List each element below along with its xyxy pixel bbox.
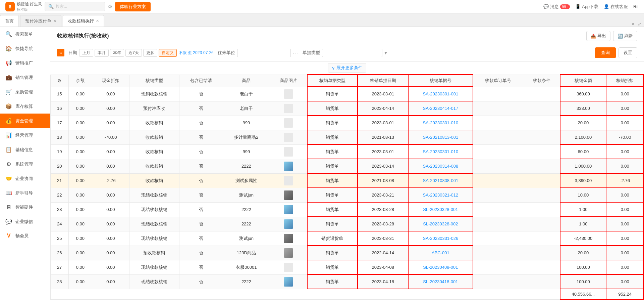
cell-bill-no[interactable]: SL-20230328-001 xyxy=(408,202,473,217)
bill-no-link[interactable]: SA-20230321-012 xyxy=(423,192,459,198)
cell-receipt-condition xyxy=(523,231,560,246)
expand-more-button[interactable]: ∨ 展开更多条件 xyxy=(328,63,366,73)
cell-product: 测试多属性 xyxy=(223,173,270,188)
table-container[interactable]: ⚙ 余额 现金折扣 核销类型 包含已结清 商品 商品图片 核销单据类型 核销单据… xyxy=(50,74,644,300)
sidebar-item-wechat[interactable]: 💬 企业微信 xyxy=(0,214,50,229)
date-btn-more[interactable]: 更多 xyxy=(143,49,157,57)
cell-bill-no[interactable]: SA-20230321-012 xyxy=(408,188,473,202)
refresh-button[interactable]: 🔄 刷新 xyxy=(613,31,637,41)
bill-no-link[interactable]: ABC-001 xyxy=(432,250,449,255)
tab-prepay[interactable]: 预付冲应付单 ✕ xyxy=(20,15,61,27)
date-buttons: 上月 本月 本年 近7天 更多 自定义 xyxy=(79,49,177,57)
message-area[interactable]: 💬 消息 99+ xyxy=(543,4,570,10)
sidebar-item-inventory[interactable]: 📦 库存核算 xyxy=(0,99,50,114)
cell-write-off-type: 现销收款核销 xyxy=(129,87,179,101)
cell-bill-no[interactable]: SA-20230301-010 xyxy=(408,116,473,130)
bill-no-link[interactable]: SL-20230328-001 xyxy=(423,207,458,212)
sidebar-item-nav[interactable]: 🏠 快捷导航 xyxy=(0,41,50,56)
cell-write-off-discount: 0.00 xyxy=(606,116,644,130)
cell-bill-no[interactable]: SA-20230331-026 xyxy=(408,231,473,246)
sidebar-item-sales[interactable]: 💼 销售管理 xyxy=(0,70,50,85)
tab-home[interactable]: 首页 xyxy=(0,15,19,27)
bill-no-link[interactable]: SA-20210808-001 xyxy=(423,178,459,183)
tab-receipts[interactable]: 收款核销执行 ✕ xyxy=(63,15,104,27)
col-header-included-settled: 包含已结清 xyxy=(179,75,223,87)
date-btn-this-month[interactable]: 本月 xyxy=(95,49,109,57)
cell-receipt-order-no xyxy=(473,87,523,101)
settings-icon[interactable]: ⚙ xyxy=(108,3,112,10)
sidebar-item-basic[interactable]: 📋 基础信息 xyxy=(0,142,50,157)
cell-bill-no[interactable]: SL-20230328-002 xyxy=(408,217,473,231)
online-service[interactable]: 👤 在线客服 xyxy=(604,4,628,10)
sidebar-item-system-label: 系统管理 xyxy=(15,161,33,167)
cell-product: 测试jun xyxy=(223,188,270,202)
bill-no-link[interactable]: SA-20210813-001 xyxy=(423,135,459,140)
sidebar-item-search[interactable]: 🔍 搜索菜单 xyxy=(0,27,50,41)
filter-expand-button[interactable]: » xyxy=(57,49,64,56)
bill-type-input[interactable] xyxy=(322,49,382,57)
sidebar-item-operations[interactable]: 📊 经营管理 xyxy=(0,128,50,142)
sidebar-item-hardware[interactable]: 🖥 智能硬件 xyxy=(0,200,50,214)
date-btn-last-month[interactable]: 上月 xyxy=(79,49,93,57)
cell-bill-no[interactable]: SA-20210808-001 xyxy=(408,173,473,188)
sidebar-item-member[interactable]: V 畅会员 xyxy=(0,229,50,243)
col-header-index: ⚙ xyxy=(51,75,69,87)
bill-no-link[interactable]: SA-20230331-026 xyxy=(423,236,459,241)
cell-included-settled: 否 xyxy=(179,188,223,202)
cell-bill-no[interactable]: SA-20230301-001 xyxy=(408,87,473,101)
sidebar-item-purchase[interactable]: 🛒 采购管理 xyxy=(0,85,50,99)
table-row: 180.00-70.00收款核销否多计量商品2销货单2021-08-13SA-2… xyxy=(51,130,644,144)
app-download[interactable]: 📱 App下载 xyxy=(575,4,598,10)
cell-balance: 0.00 xyxy=(68,274,92,289)
cell-product-image xyxy=(270,173,307,188)
bill-no-link[interactable]: SA-20230301-010 xyxy=(423,149,459,154)
bill-no-link[interactable]: SA-20230414-017 xyxy=(423,106,459,111)
cell-bill-no[interactable]: ABC-001 xyxy=(408,246,473,260)
cell-cash-discount: 0.00 xyxy=(92,231,129,246)
sidebar-item-member-label: 畅会员 xyxy=(15,233,29,239)
export-button[interactable]: 📤 导出 xyxy=(586,31,610,41)
tab-prepay-close[interactable]: ✕ xyxy=(53,19,56,23)
cell-receipt-condition xyxy=(523,202,560,217)
sidebar: 🔍 搜索菜单 🏠 快捷导航 📢 营销推广 💼 销售管理 🛒 采购管理 📦 库存核… xyxy=(0,27,50,300)
cell-bill-no[interactable]: SA-20230314-008 xyxy=(408,159,473,173)
bill-no-link[interactable]: SA-20230314-008 xyxy=(423,164,459,169)
maximize-icon[interactable]: ⤢ xyxy=(638,22,641,27)
sidebar-item-finance[interactable]: 💰 资金管理 xyxy=(0,114,50,128)
sidebar-item-guide[interactable]: 📖 新手引导 xyxy=(0,186,50,200)
bill-no-link[interactable]: SL-20230408-001 xyxy=(423,265,458,270)
bill-no-link[interactable]: SL-20230328-002 xyxy=(423,221,458,226)
cell-bill-no[interactable]: SA-20210813-001 xyxy=(408,130,473,144)
user-name[interactable]: Rit xyxy=(633,4,639,9)
sidebar-item-marketing[interactable]: 📢 营销推广 xyxy=(0,56,50,70)
bill-no-link[interactable]: SA-20230301-001 xyxy=(423,91,459,96)
top-search[interactable]: 🔍 搜索... xyxy=(45,2,105,11)
cell-included-settled: 否 xyxy=(179,130,223,144)
cell-bill-no[interactable]: SL-20230418-001 xyxy=(408,274,473,289)
cell-bill-no[interactable]: SA-20230414-017 xyxy=(408,101,473,116)
cell-product: 老白干 xyxy=(223,87,270,101)
counterparty-input[interactable] xyxy=(237,49,291,57)
cell-balance: 0.00 xyxy=(68,217,92,231)
cell-included-settled: 否 xyxy=(179,202,223,217)
sidebar-item-system[interactable]: ⚙ 系统管理 xyxy=(0,157,50,171)
page-actions: 📤 导出 🔄 刷新 xyxy=(586,31,637,41)
solution-button[interactable]: 体验行业方案 xyxy=(115,2,151,11)
bill-no-link[interactable]: SL-20230418-001 xyxy=(423,279,458,284)
cell-product: 老白干 xyxy=(223,101,270,116)
date-btn-custom[interactable]: 自定义 xyxy=(159,49,177,57)
bill-no-link[interactable]: SA-20230301-010 xyxy=(423,120,459,125)
tab-receipts-close[interactable]: ✕ xyxy=(96,19,99,23)
cell-bill-no[interactable]: SA-20230301-010 xyxy=(408,144,473,159)
date-btn-7days[interactable]: 近7天 xyxy=(125,49,142,57)
col-header-product-image: 商品图片 xyxy=(270,75,307,87)
cell-product-image xyxy=(270,246,307,260)
settings-button[interactable]: 设置 xyxy=(619,47,637,58)
close-all-icon[interactable]: ✕ xyxy=(631,22,635,27)
query-button[interactable]: 查询 xyxy=(595,47,616,58)
table-row: 220.000.00现结收款核销否测试jun销货单2023-03-21SA-20… xyxy=(51,188,644,202)
sidebar-item-enterprise[interactable]: 🤝 企业协同 xyxy=(0,171,50,186)
cell-bill-no[interactable]: SL-20230408-001 xyxy=(408,260,473,274)
cell-bill-date: 2023-03-31 xyxy=(358,231,408,246)
date-btn-this-year[interactable]: 本年 xyxy=(110,49,124,57)
